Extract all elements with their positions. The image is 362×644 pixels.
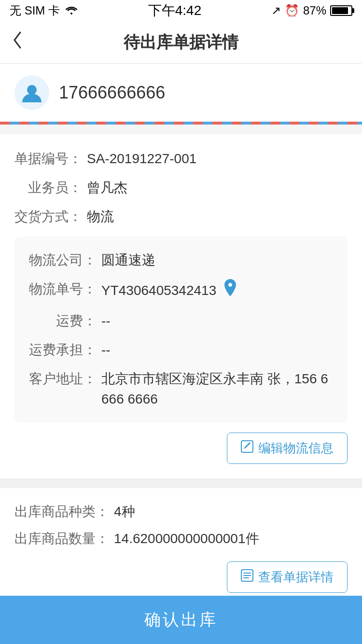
logistics-tracking-label: 物流单号： — [29, 279, 97, 299]
order-number-label: 单据编号： — [14, 149, 82, 169]
salesman-label: 业务员： — [14, 178, 82, 198]
freight-value: -- — [101, 311, 333, 331]
status-left: 无 SIM 卡 — [10, 3, 78, 18]
view-detail-button-row: 查看单据详情 — [14, 561, 348, 593]
delivery-value: 物流 — [87, 207, 348, 227]
dashed-separator — [0, 122, 362, 125]
alarm-icon: ⏰ — [285, 4, 299, 17]
confirm-button-text: 确认出库 — [144, 609, 218, 631]
goods-quantity-label: 出库商品数量： — [14, 530, 109, 548]
logistics-company-value: 圆通速递 — [101, 250, 333, 270]
freight-bearer-value: -- — [101, 340, 333, 360]
logistics-tracking-row: 物流单号： YT4306405342413 — [29, 279, 333, 302]
goods-type-label: 出库商品种类： — [14, 503, 109, 521]
user-phone: 17666666666 — [59, 83, 165, 103]
view-detail-button[interactable]: 查看单据详情 — [227, 561, 348, 593]
battery-percent: 87% — [303, 4, 326, 17]
user-header: 17666666666 — [0, 64, 362, 122]
order-number-value: SA-20191227-001 — [87, 149, 348, 169]
confirm-button-bar[interactable]: 确认出库 — [0, 596, 362, 644]
back-button[interactable] — [12, 30, 23, 54]
status-time: 下午4:42 — [148, 1, 202, 20]
goods-quantity-value: 14.620000000000001件 — [114, 530, 259, 548]
delivery-label: 交货方式： — [14, 207, 82, 227]
tracking-location-icon[interactable] — [223, 279, 237, 302]
salesman-value: 曾凡杰 — [87, 178, 348, 198]
salesman-row: 业务员： 曾凡杰 — [14, 178, 348, 198]
goods-type-row: 出库商品种类： 4种 — [14, 503, 348, 521]
page-title: 待出库单据详情 — [124, 31, 238, 54]
order-info-section: 单据编号： SA-20191227-001 业务员： 曾凡杰 交货方式： 物流 … — [0, 134, 362, 478]
svg-point-0 — [27, 85, 37, 95]
sim-text: 无 SIM 卡 — [10, 3, 60, 18]
freight-row: 运费： -- — [29, 311, 333, 331]
status-right: ↗ ⏰ 87% — [271, 4, 352, 17]
goods-quantity-row: 出库商品数量： 14.620000000000001件 — [14, 530, 348, 548]
address-value: 北京市市辖区海淀区永丰南 张，156 6666 6666 — [101, 369, 333, 409]
location-status-icon: ↗ — [271, 4, 281, 17]
edit-icon — [241, 440, 253, 456]
freight-label: 运费： — [29, 311, 97, 331]
wifi-icon — [65, 4, 78, 17]
address-label: 客户地址： — [29, 369, 97, 389]
logistics-card: 物流公司： 圆通速递 物流单号： YT4306405342413 运费： -- … — [14, 237, 348, 423]
goods-section: 出库商品种类： 4种 出库商品数量： 14.620000000000001件 查… — [0, 488, 362, 607]
nav-bar: 待出库单据详情 — [0, 21, 362, 64]
battery-icon — [330, 5, 352, 16]
goods-type-value: 4种 — [114, 503, 135, 521]
edit-button-row: 编辑物流信息 — [14, 433, 348, 464]
list-icon — [241, 569, 253, 585]
status-bar: 无 SIM 卡 下午4:42 ↗ ⏰ 87% — [0, 0, 362, 21]
address-row: 客户地址： 北京市市辖区海淀区永丰南 张，156 6666 6666 — [29, 369, 333, 409]
section-divider — [0, 478, 362, 488]
edit-logistics-label: 编辑物流信息 — [258, 440, 334, 457]
freight-bearer-row: 运费承担： -- — [29, 340, 333, 360]
delivery-row: 交货方式： 物流 — [14, 207, 348, 227]
freight-bearer-label: 运费承担： — [29, 340, 97, 360]
logistics-tracking-value: YT4306405342413 — [101, 279, 333, 302]
logistics-company-label: 物流公司： — [29, 250, 97, 270]
avatar — [14, 75, 49, 110]
order-number-row: 单据编号： SA-20191227-001 — [14, 149, 348, 169]
view-detail-label: 查看单据详情 — [258, 569, 334, 586]
logistics-company-row: 物流公司： 圆通速递 — [29, 250, 333, 270]
edit-logistics-button[interactable]: 编辑物流信息 — [227, 433, 348, 464]
